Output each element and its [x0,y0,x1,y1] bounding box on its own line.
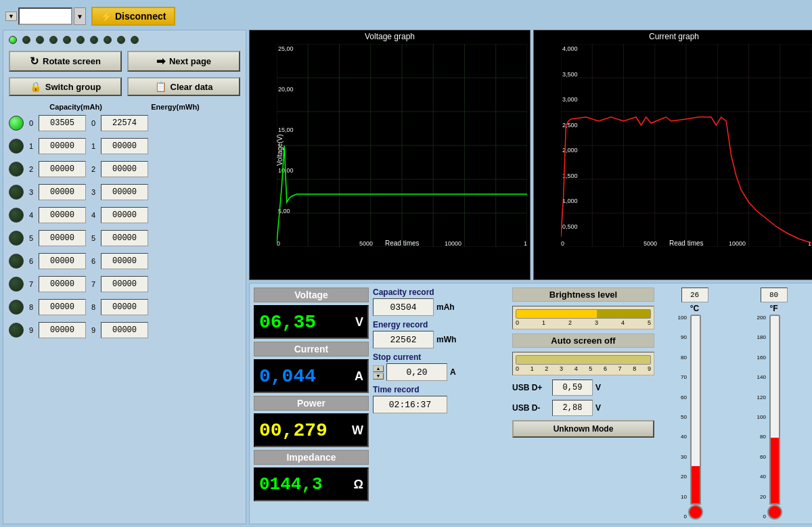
led-7 [104,36,112,44]
capacity-record-group: Capacity record mAh [373,288,508,316]
mode-button[interactable]: Unknown Mode [512,420,654,438]
clear-data-button[interactable]: 📋 Clear data [127,77,240,96]
row-8-led [9,300,24,315]
row-6-energy[interactable] [101,253,148,269]
current-meter-display: 0,044 A [254,359,369,393]
fahrenheit-bulb [767,505,782,520]
stop-current-arrows: ▲ ▼ [373,365,384,380]
led-9 [131,36,139,44]
row-3-energy[interactable] [101,184,148,200]
temperature-panel: °C 100 90 80 70 60 50 40 30 [658,288,810,520]
power-value: 00,279 [259,420,328,441]
auto-screen-slider-track[interactable] [516,355,651,365]
next-page-label: Next page [169,56,211,66]
fahrenheit-fill [771,438,779,503]
usb-dplus-input[interactable] [552,380,593,396]
row-5-capacity[interactable] [39,230,86,246]
vcpi-panel: Voltage 06,35 V Current 0,044 A Power 00… [254,288,369,520]
voltage-graph-canvas [277,44,527,247]
switch-group-button[interactable]: 🔒 Switch group [9,77,122,96]
current-graph-title: Current graph [534,32,812,41]
celsius-thermometer: 100 90 80 70 60 50 40 30 20 10 0 [678,315,712,520]
records-panel: Capacity record mAh Energy record mWh [373,288,508,520]
usb-dminus-input[interactable] [552,400,593,416]
energy-record-group: Energy record mWh [373,320,508,348]
rotate-screen-label: Rotate screen [43,56,101,66]
led-3 [49,36,58,44]
fahrenheit-tube [769,315,780,505]
main-container: ▼ COM3 ▼ ⚡ Disconnect [0,0,812,527]
disconnect-button[interactable]: ⚡ Disconnect [91,7,175,26]
row-9-energy[interactable] [101,322,148,338]
impedance-unit: Ω [354,478,363,492]
table-row: 9 9 [9,319,240,341]
row-5-led [9,231,24,246]
stop-current-down-btn[interactable]: ▼ [373,373,384,380]
auto-screen-slider-container[interactable]: 0 1 2 3 4 5 6 7 8 9 [512,352,654,375]
row-4-energy[interactable] [101,207,148,223]
row-3-capacity[interactable] [39,184,86,200]
row-2-energy[interactable] [101,161,148,177]
voltage-graph-title: Voltage graph [250,32,530,41]
table-row: 5 5 [9,227,240,249]
row-4-led [9,208,24,223]
fahrenheit-unit-label: °F [769,304,777,313]
celsius-tube-container [688,315,703,520]
fahrenheit-input[interactable] [761,288,788,302]
row-5-energy[interactable] [101,230,148,246]
row-8-energy[interactable] [101,299,148,315]
energy-col-header: Energy(mWh) [151,103,200,111]
next-page-button[interactable]: ➡ Next page [127,51,240,72]
stop-current-up-btn[interactable]: ▲ [373,365,384,372]
current-value: 0,044 [259,366,316,387]
row-6-capacity[interactable] [39,253,86,269]
row-3-led [9,185,24,200]
header-area: ▼ COM3 ▼ ⚡ Disconnect [3,3,809,27]
table-row: 8 8 [9,296,240,318]
stop-current-input[interactable] [386,363,447,381]
fahrenheit-thermometer: 200 180 160 140 120 100 80 60 40 20 0 [757,315,791,520]
current-unit: A [355,369,363,384]
time-record-input[interactable] [373,396,447,413]
row-9-capacity[interactable] [39,322,86,338]
energy-record-label: Energy record [373,320,508,329]
usb-dminus-unit: V [595,403,601,413]
led-4 [63,36,71,44]
switch-icon: 🔒 [30,81,41,92]
brightness-slider-container[interactable]: 0 1 2 3 4 5 [512,306,654,329]
row-2-capacity[interactable] [39,161,86,177]
usb-dplus-label: USB D+ [512,383,549,392]
row-0-capacity[interactable] [39,115,86,131]
row-4-capacity[interactable] [39,207,86,223]
rotate-screen-button[interactable]: ↻ Rotate screen [9,51,122,72]
energy-record-input[interactable] [373,331,434,348]
led-row [6,33,243,47]
row-1-energy[interactable] [101,138,148,154]
brightness-panel: Brightness level 0 1 2 3 4 5 [512,288,654,520]
row-1-capacity[interactable] [39,138,86,154]
table-header: Capacity(mAh) Energy(mWh) [9,103,240,111]
row-8-capacity[interactable] [39,299,86,315]
brightness-slider-track[interactable] [516,309,651,319]
brightness-slider-labels: 0 1 2 3 4 5 [516,319,651,326]
capacity-record-unit: mAh [436,302,455,312]
com-selector: ▼ COM3 ▼ [5,7,86,25]
usb-dminus-label: USB D- [512,403,549,413]
table-row: 4 4 [9,204,240,226]
meters-section: Voltage 06,35 V Current 0,044 A Power 00… [249,283,812,524]
button-row-1: ↻ Rotate screen ➡ Next page [6,49,243,73]
power-meter-label: Power [254,396,369,411]
celsius-column: °C 100 90 80 70 60 50 40 30 [658,288,731,520]
capacity-record-input[interactable] [373,298,434,316]
row-0-energy[interactable] [101,115,148,131]
celsius-input[interactable] [681,288,708,302]
com-port-input[interactable]: COM3 [18,7,72,25]
com-arrow[interactable]: ▼ [74,7,86,25]
auto-screen-label: Auto screen off [512,334,654,348]
row-0-led [9,116,24,131]
row-7-energy[interactable] [101,276,148,292]
mode-label: Unknown Mode [554,424,614,434]
row-6-led [9,254,24,269]
data-table: Capacity(mAh) Energy(mWh) 0 0 1 1 [6,100,243,521]
row-7-capacity[interactable] [39,276,86,292]
